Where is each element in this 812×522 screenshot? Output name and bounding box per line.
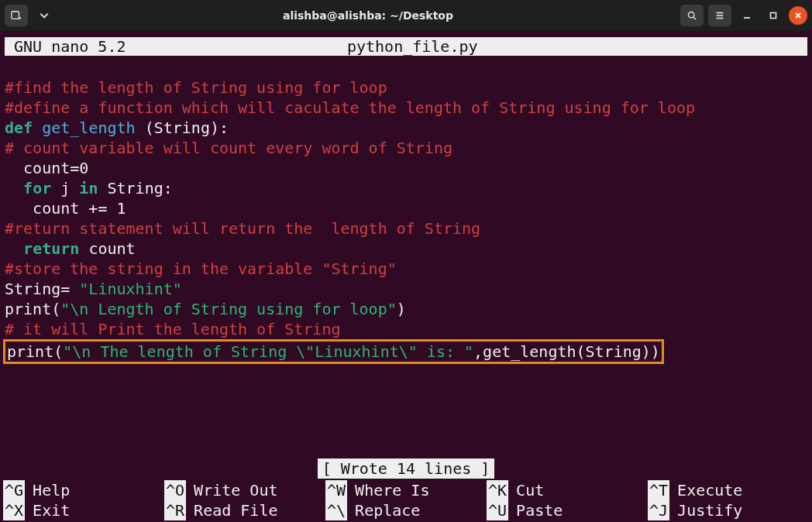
shortcut-key[interactable]: ^T bbox=[648, 480, 669, 500]
code-token-for: for bbox=[23, 179, 51, 197]
code-token-string: "Linuxhint" bbox=[79, 280, 181, 298]
tab-plus-icon bbox=[11, 10, 22, 21]
code-line: # it will Print the length of String bbox=[5, 320, 340, 338]
shortcut-key[interactable]: ^K bbox=[487, 480, 508, 500]
code-token-def: def bbox=[5, 118, 33, 137]
code-token-in: in bbox=[79, 179, 98, 197]
code-token: count bbox=[79, 239, 135, 258]
code-token: String= bbox=[5, 280, 79, 298]
code-token-string: "\n The length of String \"Linuxhint\" i… bbox=[63, 342, 473, 361]
shortcut-key[interactable]: ^J bbox=[648, 500, 669, 520]
shortcut-row: ^XExit ^RRead File ^\Replace ^UPaste ^JJ… bbox=[3, 500, 809, 520]
code-token: String: bbox=[98, 179, 172, 197]
shortcut-row: ^GHelp ^OWrite Out ^WWhere Is ^KCut ^TEx… bbox=[3, 480, 809, 500]
code-token-string: "\n Length of String using for loop" bbox=[60, 300, 396, 318]
nano-status-row: [ Wrote 14 lines ] bbox=[0, 458, 812, 479]
shortcut-label: Cut bbox=[516, 480, 544, 500]
svg-rect-0 bbox=[12, 12, 19, 19]
shortcut-label: Write Out bbox=[194, 480, 277, 500]
window-close-button[interactable] bbox=[789, 6, 807, 25]
code-line: #store the string in the variable "Strin… bbox=[5, 259, 397, 278]
window-title: alishba@alishba: ~/Desktop bbox=[56, 9, 680, 22]
code-token-funcname: get_length bbox=[42, 118, 135, 137]
shortcut-label: Help bbox=[33, 480, 70, 500]
shortcut-label: Replace bbox=[355, 500, 420, 520]
window-titlebar: alishba@alishba: ~/Desktop bbox=[0, 0, 812, 31]
minimize-icon bbox=[742, 11, 752, 20]
nano-header-bar: GNU nano 5.2 python_file.py bbox=[5, 37, 807, 56]
shortcut-key[interactable]: ^W bbox=[325, 480, 347, 500]
window-minimize-button[interactable] bbox=[736, 6, 758, 25]
hamburger-icon bbox=[714, 10, 725, 21]
shortcut-label: Exit bbox=[33, 500, 70, 520]
code-token bbox=[5, 179, 23, 197]
shortcut-label: Where Is bbox=[355, 480, 429, 500]
svg-line-4 bbox=[693, 17, 696, 19]
shortcut-label: Justify bbox=[677, 500, 742, 520]
shortcut-key[interactable]: ^X bbox=[3, 500, 25, 520]
search-button[interactable] bbox=[680, 5, 704, 26]
hamburger-menu-button[interactable] bbox=[708, 5, 731, 26]
nano-status-message: [ Wrote 14 lines ] bbox=[318, 458, 495, 479]
window-maximize-button[interactable] bbox=[762, 6, 784, 25]
maximize-icon bbox=[769, 11, 778, 20]
code-token: print( bbox=[5, 300, 60, 318]
shortcut-label: Paste bbox=[516, 500, 563, 520]
code-token: ,get_length(String)) bbox=[473, 342, 660, 361]
close-icon bbox=[794, 12, 802, 19]
nano-filename: python_file.py bbox=[126, 37, 808, 56]
chevron-down-icon bbox=[39, 10, 50, 21]
search-icon bbox=[686, 10, 697, 21]
shortcut-key[interactable]: ^\ bbox=[325, 500, 347, 520]
editor-area[interactable]: #find the length of String using for loo… bbox=[0, 56, 812, 364]
code-line: count=0 bbox=[5, 159, 88, 177]
highlighted-line: print("\n The length of String \"Linuxhi… bbox=[3, 339, 664, 364]
svg-point-3 bbox=[688, 12, 693, 17]
code-line: #find the length of String using for loo… bbox=[5, 78, 387, 97]
nano-shortcut-bar: ^GHelp ^OWrite Out ^WWhere Is ^KCut ^TEx… bbox=[0, 480, 812, 520]
code-token: print( bbox=[7, 342, 63, 361]
code-line: #return statement will return the length… bbox=[5, 219, 480, 238]
shortcut-label: Read File bbox=[194, 500, 277, 520]
shortcut-key[interactable]: ^O bbox=[164, 480, 186, 500]
shortcut-key[interactable]: ^G bbox=[3, 480, 25, 500]
code-token bbox=[5, 239, 23, 258]
code-line: count += 1 bbox=[5, 199, 126, 218]
code-token: j bbox=[51, 179, 79, 197]
shortcut-label: Execute bbox=[677, 480, 742, 500]
code-token-return: return bbox=[23, 239, 79, 258]
svg-rect-9 bbox=[771, 13, 776, 19]
code-line: #define a function which will caculate t… bbox=[5, 98, 695, 117]
shortcut-key[interactable]: ^U bbox=[487, 500, 508, 520]
code-token: (String): bbox=[136, 118, 229, 137]
new-tab-button[interactable] bbox=[5, 5, 28, 26]
code-token: ) bbox=[397, 300, 406, 318]
code-line: # count variable will count every word o… bbox=[5, 139, 452, 157]
nano-version: GNU nano 5.2 bbox=[5, 37, 126, 56]
shortcut-key[interactable]: ^R bbox=[164, 500, 186, 520]
tab-dropdown-button[interactable] bbox=[33, 5, 56, 26]
